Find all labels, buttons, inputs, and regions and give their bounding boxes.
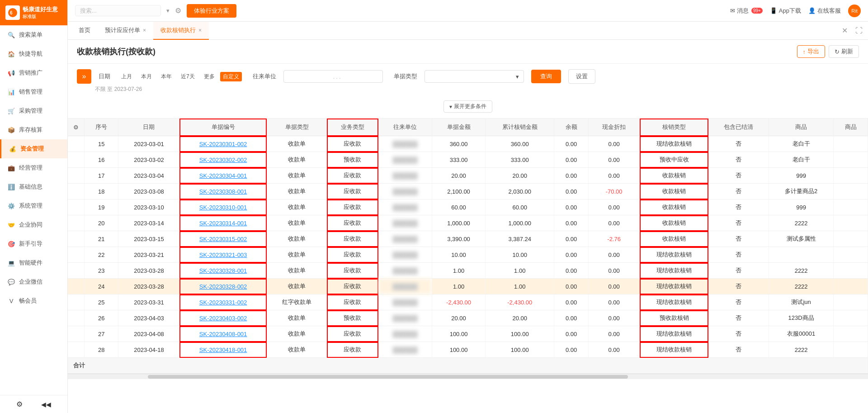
doc-no-cell[interactable]: SK-20230302-002 (179, 152, 267, 168)
doc-no-link[interactable]: SK-20230315-002 (199, 236, 247, 242)
tab-prepay-payable[interactable]: 预计应应付单 × (98, 22, 153, 40)
sidebar-item-system[interactable]: ⚙️ 系统管理 (0, 196, 67, 215)
user-avatar[interactable]: Rit (848, 5, 861, 17)
table-cell: 2023-03-21 (118, 247, 179, 263)
doc-no-link[interactable]: SK-20230403-002 (199, 315, 247, 322)
table-cell: 老白干 (769, 136, 834, 152)
date-btn-7days[interactable]: 近7天 (177, 71, 198, 82)
app-download-button[interactable]: 📱 App下载 (770, 7, 801, 15)
table-cell (834, 279, 868, 294)
sidebar-item-search-menu[interactable]: 🔍 搜索菜单 (0, 25, 67, 44)
doc-no-cell[interactable]: SK-20230408-001 (179, 326, 267, 342)
col-biz-type: 业务类型 (327, 119, 378, 136)
wechat-icon: 💬 (7, 278, 15, 286)
table-cell: 333.00 (486, 152, 554, 168)
date-btn-more[interactable]: 更多 (200, 71, 218, 82)
sidebar-item-inventory[interactable]: 📦 库存核算 (0, 120, 67, 139)
sidebar-item-operations[interactable]: 💼 经营管理 (0, 158, 67, 177)
sidebar-item-enterprise-wechat[interactable]: 💬 企业微信 (0, 272, 67, 291)
doc-no-link[interactable]: SK-20230331-002 (199, 299, 247, 306)
tab-receipts-close-icon[interactable]: × (198, 27, 202, 33)
sidebar-item-basic-info[interactable]: ℹ️ 基础信息 (0, 177, 67, 196)
online-service-button[interactable]: 👤 在线客服 (808, 7, 841, 15)
doc-type-select[interactable]: ▾ (425, 70, 524, 83)
table-row: 272023-04-08SK-20230408-001收款单应收款██████1… (68, 326, 868, 342)
partner-filter-input[interactable]: ... (283, 70, 383, 83)
refresh-button[interactable]: ↻ 刷新 (829, 45, 859, 58)
tab-prepay-close-icon[interactable]: × (143, 27, 146, 33)
doc-no-cell[interactable]: SK-20230331-002 (179, 294, 267, 310)
filter-settings-button[interactable]: 设置 (568, 69, 595, 84)
notification-button[interactable]: ✉ 消息 99+ (730, 7, 763, 15)
sidebar-item-label: 畅会员 (19, 297, 37, 305)
table-cell (68, 263, 85, 279)
table-cell: 0.00 (588, 263, 640, 279)
doc-no-cell[interactable]: SK-20230308-001 (179, 184, 267, 199)
doc-no-link[interactable]: SK-20230301-002 (199, 141, 247, 147)
filter-expand-arrow[interactable]: » (77, 69, 91, 84)
verify-type-cell: 现结收款核销 (640, 279, 708, 294)
doc-no-link[interactable]: SK-20230310-001 (199, 204, 247, 211)
doc-no-link[interactable]: SK-20230328-002 (199, 283, 247, 290)
maximize-tab-icon[interactable]: ⛶ (854, 25, 864, 36)
date-btn-last-month[interactable]: 上月 (118, 71, 136, 82)
table-cell: 0.00 (588, 342, 640, 358)
doc-no-cell[interactable]: SK-20230321-003 (179, 247, 267, 263)
doc-no-link[interactable]: SK-20230328-001 (199, 267, 247, 274)
doc-no-link[interactable]: SK-20230308-001 (199, 188, 247, 195)
horizontal-scrollbar[interactable] (68, 374, 868, 379)
sidebar-item-quick-nav[interactable]: 🏠 快捷导航 (0, 44, 67, 63)
date-filter-label: 日期 (99, 72, 110, 81)
doc-no-cell[interactable]: SK-20230304-001 (179, 168, 267, 184)
tab-home[interactable]: 首页 (71, 22, 98, 40)
topbar-dropdown-icon[interactable]: ▾ (166, 7, 170, 14)
verify-type-cell: 现结收款核销 (640, 136, 708, 152)
doc-no-link[interactable]: SK-20230408-001 (199, 331, 247, 337)
doc-no-cell[interactable]: SK-20230403-002 (179, 310, 267, 326)
doc-no-cell[interactable]: SK-20230310-001 (179, 199, 267, 215)
verify-type-cell: 预收中应收 (640, 152, 708, 168)
sidebar-item-purchase[interactable]: 🛒 采购管理 (0, 101, 67, 120)
solution-button[interactable]: 体验行业方案 (187, 4, 236, 18)
doc-no-link[interactable]: SK-20230321-003 (199, 252, 247, 258)
doc-no-cell[interactable]: SK-20230301-002 (179, 136, 267, 152)
sidebar-settings-icon[interactable]: ⚙ (16, 400, 23, 408)
tab-receipts-exec[interactable]: 收款核销执行 × (153, 22, 209, 40)
sidebar-item-marketing[interactable]: 📢 营销推广 (0, 63, 67, 82)
sidebar-item-starter[interactable]: 🎯 新手引导 (0, 234, 67, 253)
sidebar-item-sales[interactable]: 📊 销售管理 (0, 82, 67, 101)
col-settings[interactable]: ⚙ (68, 119, 85, 136)
table-cell: 2023-03-15 (118, 231, 179, 247)
sidebar-item-smart-hardware[interactable]: 💻 智能硬件 (0, 253, 67, 272)
date-btn-this-year[interactable]: 本年 (157, 71, 175, 82)
doc-no-cell[interactable]: SK-20230328-001 (179, 263, 267, 279)
scrollbar-thumb (148, 375, 628, 379)
doc-no-link[interactable]: SK-20230302-002 (199, 157, 247, 163)
sidebar-item-members[interactable]: V 畅会员 (0, 291, 67, 310)
topbar-search-input[interactable] (75, 5, 161, 16)
col-amount: 单据金额 (432, 119, 485, 136)
biz-type-cell: 应收款 (327, 199, 378, 215)
topbar-settings-gear-icon[interactable]: ⚙ (175, 6, 181, 15)
doc-no-cell[interactable]: SK-20230328-002 (179, 279, 267, 294)
doc-no-cell[interactable]: SK-20230315-002 (179, 231, 267, 247)
doc-no-cell[interactable]: SK-20230314-001 (179, 215, 267, 231)
expand-conditions-button[interactable]: ▾ 展开更多条件 (443, 100, 492, 113)
query-button[interactable]: 查询 (531, 70, 561, 83)
date-btn-this-month[interactable]: 本月 (137, 71, 156, 82)
partner-dots[interactable]: ... (333, 73, 342, 80)
date-custom-btn[interactable]: 自定义 (220, 72, 242, 81)
doc-no-link[interactable]: SK-20230418-001 (199, 347, 247, 353)
sidebar-item-enterprise-coop[interactable]: 🤝 企业协同 (0, 215, 67, 234)
close-tab-icon[interactable]: ✕ (839, 25, 850, 36)
sidebar-item-finance[interactable]: 💰 资金管理 (0, 139, 67, 158)
tab-receipts-label: 收款核销执行 (160, 26, 196, 34)
doc-no-cell[interactable]: SK-20230418-001 (179, 342, 267, 358)
export-button[interactable]: ↑ 导出 (797, 45, 826, 58)
doc-no-link[interactable]: SK-20230314-001 (199, 220, 247, 227)
sidebar-collapse-icon[interactable]: ◀◀ (41, 401, 51, 408)
verify-type-cell: 预收款核销 (640, 310, 708, 326)
table-row: 232023-03-28SK-20230328-001收款单应收款██████1… (68, 263, 868, 279)
table-cell: 28 (85, 342, 118, 358)
doc-no-link[interactable]: SK-20230304-001 (199, 172, 247, 179)
